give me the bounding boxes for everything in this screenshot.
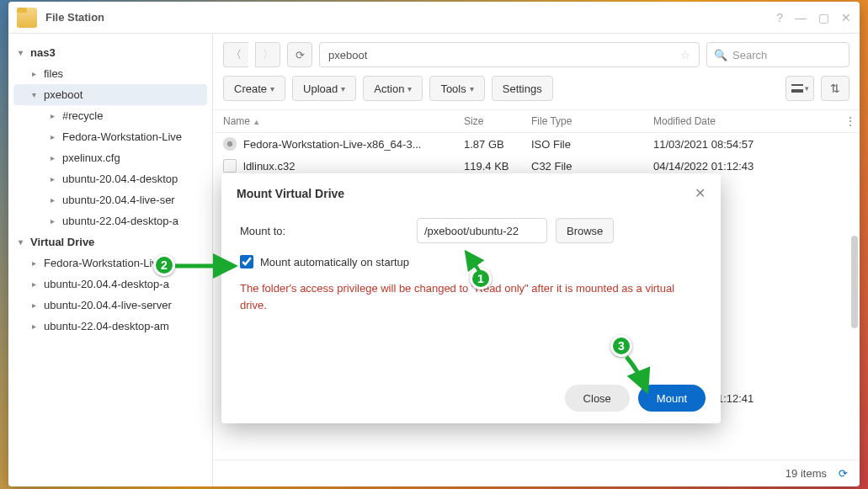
help-icon[interactable]: ? bbox=[776, 11, 783, 24]
tree-root-virtual-drive[interactable]: ▾Virtual Drive bbox=[13, 231, 207, 252]
tree-item-u22desktop[interactable]: ▸ubuntu-22.04-desktop-a bbox=[13, 210, 207, 231]
search-icon: 🔍 bbox=[714, 49, 727, 61]
tree-item-files[interactable]: ▸files bbox=[13, 63, 207, 84]
readonly-warning: The folder's access privilege will be ch… bbox=[240, 280, 702, 313]
nav-forward-button[interactable]: 〉 bbox=[255, 42, 280, 67]
create-button[interactable]: Create▾ bbox=[223, 76, 285, 101]
minimize-icon[interactable]: — bbox=[795, 11, 807, 24]
scrollbar[interactable] bbox=[851, 126, 858, 429]
close-button[interactable]: Close bbox=[565, 385, 630, 412]
file-type: ISO File bbox=[531, 138, 653, 151]
app-icon bbox=[17, 8, 37, 28]
dialog-title: Mount Virtual Drive bbox=[237, 187, 344, 200]
mount-button[interactable]: Mount bbox=[638, 385, 706, 412]
table-row[interactable]: Fedora-Workstation-Live-x86_64-3...1.87 … bbox=[213, 133, 860, 155]
file-icon bbox=[223, 137, 237, 151]
file-date: 04/14/2022 01:12:43 bbox=[653, 160, 839, 173]
statusbar-refresh-icon[interactable]: ⟳ bbox=[839, 467, 848, 480]
col-name[interactable]: Name ▲ bbox=[223, 115, 464, 127]
star-icon[interactable]: ☆ bbox=[680, 49, 690, 61]
search-input[interactable]: 🔍Search bbox=[706, 42, 849, 67]
nav-back-button[interactable]: 〈 bbox=[223, 42, 248, 67]
tree-item-recycle[interactable]: ▸#recycle bbox=[13, 105, 207, 126]
sidebar: ▾nas3 ▸files ▾pxeboot ▸#recycle ▸Fedora-… bbox=[8, 34, 213, 486]
mount-to-label: Mount to: bbox=[240, 225, 408, 237]
file-type: C32 File bbox=[531, 160, 653, 173]
tree-item-pxelinux[interactable]: ▸pxelinux.cfg bbox=[13, 147, 207, 168]
upload-button[interactable]: Upload▾ bbox=[292, 76, 356, 101]
app-title: File Station bbox=[45, 11, 104, 24]
col-date[interactable]: Modified Date bbox=[653, 115, 839, 127]
refresh-button[interactable]: ⟳ bbox=[287, 42, 312, 67]
sort-button[interactable]: ⇅ bbox=[821, 76, 849, 101]
tree-root-nas3[interactable]: ▾nas3 bbox=[13, 42, 207, 63]
vtree-item-fedora[interactable]: ▸Fedora-Workstation-Live-x bbox=[13, 252, 207, 274]
vtree-item-u20l[interactable]: ▸ubuntu-20.04.4-live-server bbox=[13, 295, 207, 316]
maximize-icon[interactable]: ▢ bbox=[818, 11, 829, 24]
vtree-item-u22d[interactable]: ▸ubuntu-22.04-desktop-am bbox=[13, 316, 207, 337]
action-button[interactable]: Action▾ bbox=[363, 76, 423, 101]
browse-button[interactable]: Browse bbox=[556, 218, 614, 243]
file-date: 11/03/2021 08:54:57 bbox=[653, 138, 839, 151]
auto-mount-checkbox[interactable] bbox=[240, 255, 253, 268]
col-type[interactable]: File Type bbox=[531, 115, 653, 127]
file-size: 119.4 KB bbox=[464, 160, 531, 173]
settings-button[interactable]: Settings bbox=[492, 76, 553, 101]
file-size: 1.87 GB bbox=[464, 138, 531, 151]
mount-to-input[interactable] bbox=[417, 218, 547, 243]
file-icon bbox=[223, 159, 237, 173]
titlebar: File Station ? — ▢ ✕ bbox=[8, 2, 860, 34]
statusbar: 19 items ⟳ bbox=[213, 460, 860, 486]
tree-item-u20live[interactable]: ▸ubuntu-20.04.4-live-ser bbox=[13, 189, 207, 210]
dialog-close-icon[interactable]: ✕ bbox=[695, 185, 706, 201]
tree-item-u20desktop[interactable]: ▸ubuntu-20.04.4-desktop bbox=[13, 168, 207, 189]
vtree-item-u20d[interactable]: ▸ubuntu-20.04.4-desktop-a bbox=[13, 274, 207, 295]
col-more-icon[interactable]: ⋮ bbox=[839, 115, 855, 127]
mount-virtual-drive-dialog: Mount Virtual Drive ✕ Mount to: Browse M… bbox=[221, 173, 721, 423]
item-count: 19 items bbox=[785, 467, 827, 480]
tree-item-fedora[interactable]: ▸Fedora-Workstation-Live bbox=[13, 126, 207, 147]
auto-mount-label: Mount automatically on startup bbox=[260, 256, 409, 268]
tree-item-pxeboot[interactable]: ▾pxeboot bbox=[13, 84, 207, 105]
file-name: ldlinux.c32 bbox=[243, 160, 295, 173]
path-input[interactable]: pxeboot☆ bbox=[319, 42, 700, 67]
close-icon[interactable]: ✕ bbox=[841, 11, 851, 24]
tools-button[interactable]: Tools▾ bbox=[429, 76, 484, 101]
col-size[interactable]: Size bbox=[464, 115, 531, 127]
file-name: Fedora-Workstation-Live-x86_64-3... bbox=[243, 138, 421, 151]
view-mode-button[interactable]: ▾ bbox=[785, 76, 814, 101]
table-header: Name ▲ Size File Type Modified Date ⋮ bbox=[213, 110, 860, 133]
